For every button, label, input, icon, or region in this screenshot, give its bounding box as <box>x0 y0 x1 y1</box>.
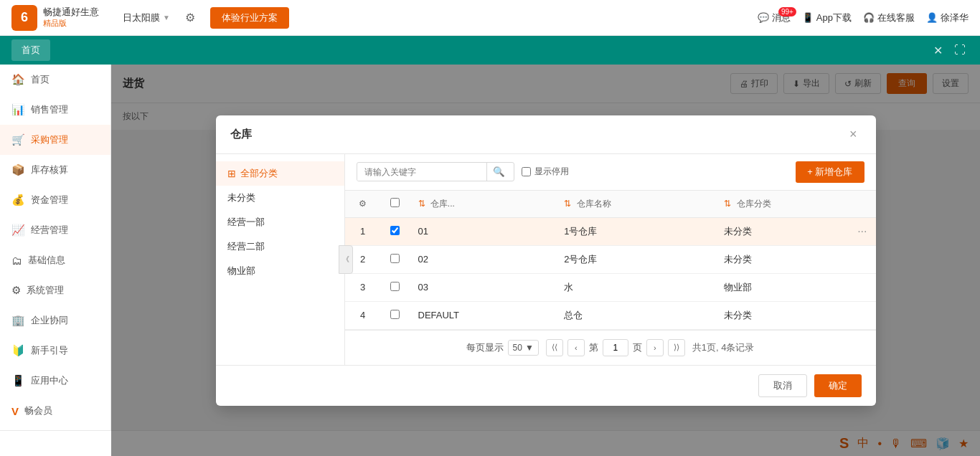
per-page-value: 50 <box>513 343 522 353</box>
sidebar-item-finance[interactable]: 💰 资金管理 <box>0 185 110 215</box>
table-row: 3 03 水 物业部 <box>345 273 876 301</box>
business-icon: 📈 <box>11 224 25 237</box>
show-disabled-label: 显示停用 <box>534 166 569 178</box>
inventory-icon: 📦 <box>11 163 25 176</box>
sidebar-item-app-center[interactable]: 📱 应用中心 <box>0 366 110 396</box>
page-unit: 页 <box>633 341 642 354</box>
row-category: 物业部 <box>715 273 875 301</box>
sidebar-item-basic-info[interactable]: 🗂 基础信息 <box>0 245 110 275</box>
row-num: 3 <box>345 273 381 301</box>
show-disabled-checkbox-label[interactable]: 显示停用 <box>522 166 569 178</box>
message-badge: 99+ <box>778 7 796 16</box>
main-content: 进货 🖨 打印 ⬇ 导出 ↺ 刷新 查询 设置 按以下 仓库 × <box>111 65 980 456</box>
category-ops1-label: 经营一部 <box>227 216 265 229</box>
sidebar-item-sales[interactable]: 📊 销售管理 <box>0 95 110 125</box>
row-checkbox[interactable] <box>390 282 400 291</box>
user-item[interactable]: 👤 徐泽华 <box>926 11 969 24</box>
warehouse-table-container: ⚙ ⇅ 仓库... <box>345 191 876 330</box>
per-page-label: 每页显示 <box>466 341 504 354</box>
app-download-item[interactable]: 📱 App下载 <box>802 11 852 24</box>
row-name: 2号仓库 <box>555 245 715 273</box>
th-checkbox <box>381 191 410 218</box>
close-tab-icon[interactable]: ✕ <box>930 41 946 60</box>
show-disabled-checkbox[interactable] <box>522 167 531 176</box>
sidebar-item-enterprise[interactable]: 🏢 企业协同 <box>0 305 110 336</box>
page-number-input[interactable] <box>603 339 628 356</box>
modal-toolbar: 🔍 显示停用 + 新增仓库 <box>345 154 876 191</box>
category-property-label: 物业部 <box>227 265 255 277</box>
total-info: 共1页, 4条记录 <box>692 341 755 354</box>
modal-close-button[interactable]: × <box>845 125 862 143</box>
top-nav: 6 畅捷通好生意 精品版 日太阳膜 ▼ ⚙ 体验行业方案 💬 消息 99+ 📱 … <box>0 0 980 36</box>
expand-icon[interactable]: ⛶ <box>951 41 969 60</box>
sidebar-label-basic-info: 基础信息 <box>28 254 65 267</box>
category-all[interactable]: ⊞ 全部分类 <box>216 161 344 186</box>
search-button[interactable]: 🔍 <box>486 163 511 181</box>
row-checkbox[interactable] <box>390 254 400 263</box>
category-uncategorized[interactable]: 未分类 <box>216 186 344 210</box>
next-page-button[interactable]: › <box>646 339 664 356</box>
category-property[interactable]: 物业部 <box>216 259 344 283</box>
store-selector[interactable]: 日太阳膜 ▼ <box>123 11 170 24</box>
basic-info-icon: 🗂 <box>11 255 22 267</box>
prev-page-button[interactable]: ‹ <box>567 339 585 356</box>
grid-icon: ⊞ <box>227 168 236 179</box>
row-code: 01 <box>410 217 556 245</box>
row-checkbox[interactable] <box>390 310 400 319</box>
cancel-button[interactable]: 取消 <box>758 374 807 397</box>
row-category: 未分类 <box>715 301 875 329</box>
sales-icon: 📊 <box>11 103 25 116</box>
settings-icon[interactable]: ⚙ <box>179 6 202 29</box>
row-checkbox[interactable] <box>390 226 400 235</box>
sidebar-item-business[interactable]: 📈 经营管理 <box>0 215 110 245</box>
store-arrow-icon: ▼ <box>163 14 170 22</box>
sidebar-item-inventory[interactable]: 📦 库存核算 <box>0 155 110 185</box>
row-name: 总仓 <box>555 301 715 329</box>
sidebar-item-purchase[interactable]: 🛒 采购管理 <box>0 125 110 155</box>
per-page-select[interactable]: 50 ▼ <box>508 340 539 356</box>
row-category: 未分类 <box>715 245 875 273</box>
category-ops1[interactable]: 经营一部 <box>216 210 344 234</box>
try-industry-button[interactable]: 体验行业方案 <box>210 7 289 29</box>
row-code: DEFAULT <box>410 301 556 329</box>
sort-icon3: ⇅ <box>724 199 731 209</box>
sidebar-item-vip[interactable]: V 畅会员 <box>0 396 110 426</box>
app-center-icon: 📱 <box>11 374 25 387</box>
brand-name: 畅捷通好生意 <box>43 6 99 19</box>
row-checkbox-cell <box>381 217 410 245</box>
second-nav: 首页 ✕ ⛶ <box>0 36 980 65</box>
sidebar-item-home[interactable]: 🏠 首页 <box>0 65 110 95</box>
row-code: 02 <box>410 245 556 273</box>
sidebar-label-vip: 畅会员 <box>24 404 52 417</box>
sort-icon2: ⇅ <box>564 199 571 209</box>
sidebar-item-system[interactable]: ⚙ 系统管理 <box>0 275 110 305</box>
first-page-button[interactable]: ⟨⟨ <box>546 339 563 356</box>
online-service-item[interactable]: 🎧 在线客服 <box>863 11 915 24</box>
collapse-panel-button[interactable]: 《 <box>339 245 353 274</box>
sidebar-label-sales: 销售管理 <box>31 103 68 116</box>
row-category: 未分类··· <box>715 218 875 245</box>
sidebar-label-system: 系统管理 <box>27 284 64 297</box>
sort-icon: ⇅ <box>418 199 425 209</box>
confirm-button[interactable]: 确定 <box>814 374 862 397</box>
second-nav-home[interactable]: 首页 <box>11 39 50 61</box>
last-page-button[interactable]: ⟩⟩ <box>668 339 685 356</box>
modal-overlay: 仓库 × ⊞ 全部分类 未分类 经营一 <box>111 65 980 456</box>
row-checkbox-cell <box>381 301 410 329</box>
username-label: 徐泽华 <box>941 11 969 24</box>
category-ops2[interactable]: 经营二部 <box>216 234 344 259</box>
row-num: 1 <box>345 217 381 245</box>
row-checkbox-cell <box>381 273 410 301</box>
search-input[interactable] <box>357 163 486 181</box>
add-warehouse-button[interactable]: + 新增仓库 <box>796 161 864 183</box>
online-service-label: 在线客服 <box>877 11 915 24</box>
sidebar-item-guide[interactable]: 🔰 新手引导 <box>0 336 110 366</box>
sidebar-label-purchase: 采购管理 <box>31 133 68 146</box>
message-item[interactable]: 💬 消息 99+ <box>758 11 791 24</box>
page-navigation: ⟨⟨ ‹ 第 页 › ⟩⟩ <box>546 339 685 356</box>
modal-footer: 取消 确定 <box>216 365 876 406</box>
app-download-label: App下载 <box>816 11 852 24</box>
nav-right: 💬 消息 99+ 📱 App下载 🎧 在线客服 👤 徐泽华 <box>758 11 969 24</box>
row-more-button[interactable]: ··· <box>857 225 867 238</box>
select-all-checkbox[interactable] <box>390 198 400 207</box>
